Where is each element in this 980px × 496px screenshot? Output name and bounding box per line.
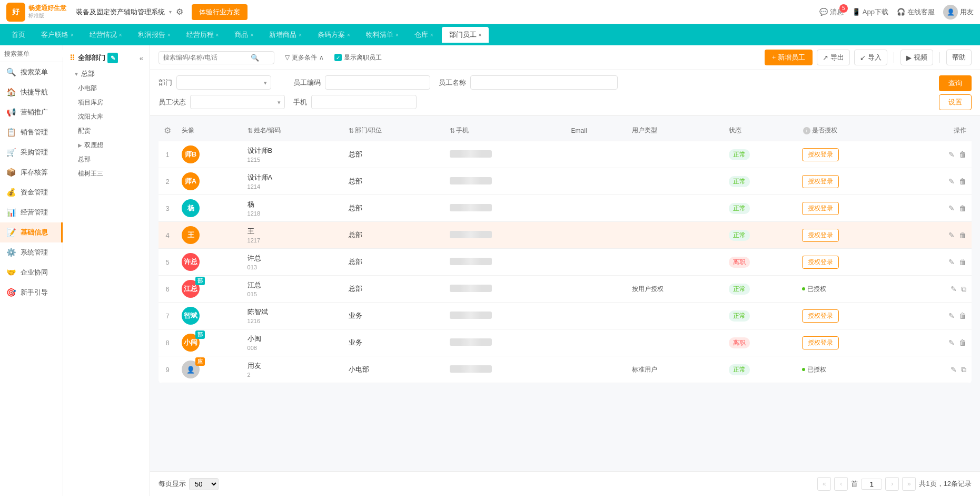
nav-tab-bom[interactable]: 物料清单 × [359, 27, 406, 43]
sidebar-item-quick-nav[interactable]: 🏠 快捷导航 [0, 82, 63, 102]
nav-tab-profit[interactable]: 利润报告 × [131, 27, 178, 43]
sidebar-item-system[interactable]: ⚙️ 系统管理 [0, 242, 63, 262]
dept-select[interactable] [176, 75, 271, 90]
settings-icon[interactable]: ⚙ [176, 7, 183, 17]
auth-login-button[interactable]: 授权登录 [802, 309, 839, 323]
close-icon[interactable]: × [479, 32, 482, 38]
system-dropdown-arrow[interactable]: ▾ [169, 9, 172, 15]
close-icon[interactable]: × [71, 32, 74, 38]
th-sort-phone[interactable]: ⇅ 手机 [450, 126, 561, 135]
last-page-button[interactable]: » [902, 477, 916, 491]
export-button[interactable]: ↗ 导出 [817, 50, 850, 65]
edit-icon[interactable]: ✎ [951, 365, 957, 374]
edit-icon[interactable]: ✎ [948, 312, 955, 320]
sidebar-item-search[interactable]: 🔍 搜索菜单 [0, 62, 63, 82]
sidebar-item-basic-info[interactable]: 📝 基础信息 [0, 222, 63, 242]
dept-collapse-icon[interactable]: « [140, 54, 143, 62]
auth-login-button[interactable]: 授权登录 [802, 148, 839, 161]
dept-edit-icon[interactable]: ✎ [107, 53, 118, 63]
nav-tab-operation[interactable]: 经营情况 × [82, 27, 130, 43]
th-sort-dept[interactable]: ⇅ 部门/职位 [349, 126, 439, 135]
page-number-input[interactable] [861, 479, 882, 490]
message-item[interactable]: 💬 消息 5 [819, 7, 844, 17]
query-button[interactable]: 查询 [939, 75, 972, 91]
user-item[interactable]: 👤 用友 [943, 5, 974, 20]
close-icon[interactable]: × [299, 32, 302, 38]
trial-button[interactable]: 体验行业方案 [192, 4, 248, 20]
add-employee-button[interactable]: + 新增员工 [765, 50, 813, 65]
nav-tab-history[interactable]: 经营历程 × [179, 27, 226, 43]
sidebar-item-guide[interactable]: 🎯 新手引导 [0, 283, 63, 303]
nav-tab-home[interactable]: 首页 [4, 27, 33, 43]
dept-item-xiaodian[interactable]: 小电部 [63, 81, 150, 95]
info-circle-icon[interactable]: i [803, 127, 810, 134]
sidebar-item-biz-mgmt[interactable]: 📊 经营管理 [0, 202, 63, 222]
edit-icon[interactable]: ✎ [948, 150, 955, 159]
delete-icon[interactable]: 🗑 [959, 338, 966, 347]
column-settings-icon[interactable]: ⚙ [164, 126, 171, 135]
edit-icon[interactable]: ✎ [948, 258, 955, 266]
delete-icon[interactable]: 🗑 [959, 258, 966, 266]
nav-tab-customer[interactable]: 客户联络 × [34, 27, 81, 43]
first-page-button[interactable]: « [817, 477, 831, 491]
dept-item-zongbu-root[interactable]: ▼ 总部 [63, 66, 150, 81]
auth-login-button[interactable]: 授权登录 [802, 202, 839, 215]
th-sort-name[interactable]: ⇅ 姓名/编码 [248, 126, 338, 135]
edit-icon[interactable]: ✎ [948, 204, 955, 212]
close-icon[interactable]: × [216, 32, 219, 38]
edit-icon[interactable]: ✎ [948, 231, 955, 239]
edit-icon[interactable]: ✎ [951, 285, 957, 293]
show-resigned-toggle[interactable]: ✓ 显示离职员工 [334, 53, 382, 62]
auth-login-button[interactable]: 授权登录 [802, 175, 839, 188]
sidebar-item-collab[interactable]: 🤝 企业协同 [0, 262, 63, 283]
app-download-item[interactable]: 📱 App下载 [852, 7, 888, 17]
help-button[interactable]: 帮助 [946, 50, 972, 65]
delete-icon[interactable]: 🗑 [959, 204, 966, 212]
dept-item-shuanglu[interactable]: ▶ 双鹿想 [63, 138, 150, 152]
close-icon[interactable]: × [430, 32, 433, 38]
more-filter-btn[interactable]: ▽ 更多条件 ∧ [281, 51, 328, 64]
auth-login-button[interactable]: 授权登录 [802, 229, 839, 242]
auth-login-button[interactable]: 授权登录 [802, 336, 839, 349]
close-icon[interactable]: × [395, 32, 399, 38]
dept-item-shenyang[interactable]: 沈阳大库 [63, 110, 150, 124]
import-button[interactable]: ↙ 导入 [854, 50, 887, 65]
sidebar-item-purchase[interactable]: 🛒 采购管理 [0, 142, 63, 162]
set-button[interactable]: 设置 [939, 94, 972, 110]
video-button[interactable]: ▶ 视频 [900, 50, 933, 65]
close-icon[interactable]: × [119, 32, 122, 38]
online-service-item[interactable]: 🎧 在线客服 [897, 7, 935, 17]
dept-item-peihuo[interactable]: 配货 [63, 124, 150, 138]
close-icon[interactable]: × [167, 32, 171, 38]
nav-tab-barcode[interactable]: 条码方案 × [310, 27, 358, 43]
next-page-button[interactable]: › [885, 477, 899, 491]
delete-icon[interactable]: 🗑 [959, 177, 966, 186]
sidebar-item-marketing[interactable]: 📢 营销推广 [0, 102, 63, 122]
nav-tab-dept-staff[interactable]: 部门员工 × [442, 27, 489, 43]
delete-icon[interactable]: 🗑 [959, 312, 966, 320]
nav-tab-goods[interactable]: 商品 × [227, 27, 261, 43]
search-input[interactable] [163, 54, 248, 61]
nav-tab-new-goods[interactable]: 新增商品 × [262, 27, 309, 43]
close-icon[interactable]: × [347, 32, 350, 38]
emp-code-input[interactable] [325, 75, 430, 90]
dept-item-zhishu[interactable]: 植树王三 [63, 167, 150, 181]
emp-status-select[interactable] [190, 95, 285, 109]
dept-item-zongbu-sub[interactable]: 总部 [63, 152, 150, 167]
copy-icon[interactable]: ⧉ [961, 285, 966, 294]
sidebar-item-sales[interactable]: 📋 销售管理 [0, 122, 63, 142]
prev-page-button[interactable]: ‹ [834, 477, 848, 491]
close-icon[interactable]: × [250, 32, 253, 38]
edit-icon[interactable]: ✎ [948, 338, 955, 347]
sidebar-item-inventory[interactable]: 📦 库存核算 [0, 162, 63, 182]
edit-icon[interactable]: ✎ [948, 177, 955, 186]
phone-input[interactable] [311, 95, 417, 109]
page-size-select[interactable]: 50 100 200 [189, 478, 219, 490]
dept-item-project[interactable]: 项目库房 [63, 95, 150, 110]
delete-icon[interactable]: 🗑 [959, 231, 966, 239]
emp-name-input[interactable] [470, 75, 618, 90]
copy-icon[interactable]: ⧉ [961, 365, 966, 374]
auth-login-button[interactable]: 授权登录 [802, 256, 839, 269]
nav-tab-warehouse[interactable]: 仓库 × [407, 27, 441, 43]
delete-icon[interactable]: 🗑 [959, 150, 966, 159]
